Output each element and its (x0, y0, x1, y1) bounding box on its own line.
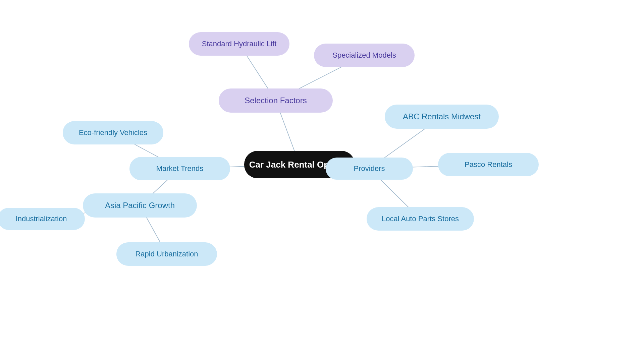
industrialization-node[interactable]: Industrialization (0, 208, 85, 230)
specialized-models-node[interactable]: Specialized Models (314, 44, 415, 67)
eco-friendly-label: Eco-friendly Vehicles (79, 128, 147, 137)
abc-rentals-label: ABC Rentals Midwest (403, 112, 481, 121)
pasco-rentals-node[interactable]: Pasco Rentals (438, 153, 539, 176)
standard-hydraulic-node[interactable]: Standard Hydraulic Lift (189, 32, 289, 56)
local-auto-label: Local Auto Parts Stores (382, 215, 459, 223)
abc-rentals-node[interactable]: ABC Rentals Midwest (385, 105, 499, 129)
selection-factors-node[interactable]: Selection Factors (219, 88, 333, 113)
asia-pacific-label: Asia Pacific Growth (105, 201, 175, 210)
providers-label: Providers (354, 164, 385, 173)
specialized-models-label: Specialized Models (332, 51, 396, 60)
market-trends-node[interactable]: Market Trends (129, 157, 230, 180)
selection-factors-label: Selection Factors (245, 96, 307, 105)
rapid-urbanization-node[interactable]: Rapid Urbanization (116, 242, 217, 266)
industrialization-label: Industrialization (16, 215, 67, 223)
rapid-urbanization-label: Rapid Urbanization (135, 250, 198, 258)
local-auto-node[interactable]: Local Auto Parts Stores (367, 207, 474, 231)
providers-node[interactable]: Providers (326, 158, 413, 180)
standard-hydraulic-label: Standard Hydraulic Lift (202, 40, 277, 48)
eco-friendly-node[interactable]: Eco-friendly Vehicles (63, 121, 163, 144)
pasco-rentals-label: Pasco Rentals (465, 160, 512, 169)
asia-pacific-node[interactable]: Asia Pacific Growth (83, 193, 197, 218)
market-trends-label: Market Trends (156, 164, 204, 173)
